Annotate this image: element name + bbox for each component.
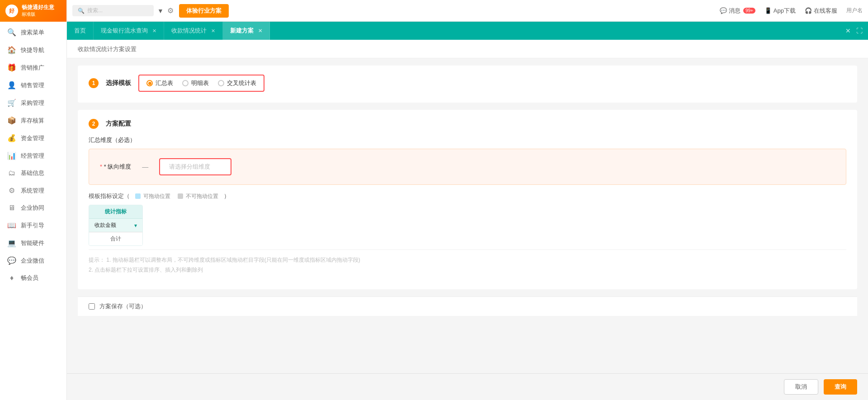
download-icon: 📱 <box>764 7 772 14</box>
metrics-table-row-amount[interactable]: 收款金额 ▾ <box>89 218 142 232</box>
dimension-area: * * 纵向维度 — 请选择分组维度 <box>89 149 846 185</box>
content-body: 1 选择模板 汇总表 明细表 交叉统计表 <box>67 58 868 373</box>
close-window-icon[interactable]: ✕ <box>845 27 851 34</box>
metrics-dropdown-icon[interactable]: ▾ <box>134 222 137 229</box>
sidebar-item-ops[interactable]: 📊 经营管理 <box>0 147 66 165</box>
tab-bank-close-icon[interactable]: ✕ <box>152 28 156 34</box>
header-actions: 💬 消息 99+ 📱 App下载 🎧 在线客服 用户名 <box>720 7 863 15</box>
cart-icon: 🛒 <box>7 99 16 107</box>
radio-cross[interactable]: 交叉统计表 <box>218 79 256 87</box>
chat-icon: 💬 <box>7 256 16 265</box>
tab-new-plan-label: 新建方案 <box>230 27 254 35</box>
sidebar-logo: 好 畅捷通好生意 标准版 <box>0 0 66 22</box>
sidebar-item-guide[interactable]: 📖 新手引导 <box>0 216 66 234</box>
metrics-legend: 可拖动位置 不可拖动位置 <box>135 193 218 200</box>
box-icon: 📦 <box>7 116 16 125</box>
tab-receipts-close-icon[interactable]: ✕ <box>211 28 215 34</box>
metrics-subtotal-row: 合计 <box>89 232 142 245</box>
money-icon: 💰 <box>7 134 16 142</box>
header-dropdown-button[interactable]: ▼ <box>157 7 164 14</box>
query-button[interactable]: 查询 <box>824 379 857 395</box>
tab-bar-end: ✕ ⛶ <box>840 22 868 40</box>
main-area: 🔍 搜索... ▼ ⚙ 体验行业方案 💬 消息 99+ 📱 App下载 🎧 在线… <box>67 0 868 400</box>
save-label: 方案保存（可选） <box>99 302 146 311</box>
save-checkbox[interactable] <box>89 303 95 310</box>
hint-text-1: 提示： 1. 拖动标题栏可以调整布局，不可跨维度或指标区域拖动栏目字段(只能在同… <box>89 255 846 265</box>
sidebar-item-label: 搜索菜单 <box>21 28 44 37</box>
dimension-arrow: — <box>142 163 148 170</box>
legend-fixed: 不可拖动位置 <box>178 193 218 200</box>
maximize-window-icon[interactable]: ⛶ <box>856 27 863 34</box>
metrics-title-text: 模板指标设定（ <box>89 192 130 200</box>
step1-label: 选择模板 <box>106 79 131 87</box>
tab-bank[interactable]: 现金银行流水查询 ✕ <box>94 22 164 40</box>
gear-icon: ⚙ <box>7 186 16 195</box>
sidebar-item-hardware[interactable]: 💻 智能硬件 <box>0 234 66 252</box>
radio-cross-circle <box>218 80 224 86</box>
message-icon: 💬 <box>720 7 727 14</box>
user-name[interactable]: 用户名 <box>846 7 863 14</box>
radio-detail-circle <box>182 80 189 86</box>
dimension-selector[interactable]: 请选择分组维度 <box>159 158 231 175</box>
home-icon: 🏠 <box>7 46 16 54</box>
logo-text: 畅捷通好生意 <box>22 4 54 11</box>
sidebar-item-wechat[interactable]: 💬 企业微信 <box>0 252 66 269</box>
sidebar-nav: 🔍 搜索菜单 🏠 快捷导航 🎁 营销推广 👤 销售管理 🛒 采购管理 📦 库存核… <box>0 22 66 400</box>
metrics-close-paren: ） <box>224 192 230 200</box>
online-service-label: 在线客服 <box>814 7 837 15</box>
sidebar-item-member[interactable]: ♦ 畅会员 <box>0 269 66 287</box>
radio-summary-circle <box>146 80 153 86</box>
sidebar-item-label: 采购管理 <box>21 99 44 107</box>
sidebar-item-system[interactable]: ⚙ 系统管理 <box>0 182 66 199</box>
tab-new-plan[interactable]: 新建方案 ✕ <box>223 22 270 40</box>
radio-detail-label: 明细表 <box>191 79 209 87</box>
sidebar-item-base[interactable]: 🗂 基础信息 <box>0 165 66 182</box>
sidebar-item-label: 智能硬件 <box>21 239 44 247</box>
sidebar-item-search[interactable]: 🔍 搜索菜单 <box>0 24 66 41</box>
sidebar-item-purchase[interactable]: 🛒 采购管理 <box>0 94 66 112</box>
tab-home-label: 首页 <box>74 27 86 35</box>
settings-icon[interactable]: ⚙ <box>167 6 174 15</box>
sidebar-item-finance[interactable]: 💰 资金管理 <box>0 129 66 147</box>
fixed-dot <box>178 193 183 199</box>
sidebar-item-label: 企业协同 <box>21 204 44 212</box>
sidebar-item-inventory[interactable]: 📦 库存核算 <box>0 112 66 129</box>
step2-label: 方案配置 <box>106 120 131 128</box>
tab-receipts[interactable]: 收款情况统计 ✕ <box>164 22 223 40</box>
sidebar-item-marketing[interactable]: 🎁 营销推广 <box>0 59 66 76</box>
app-download-action[interactable]: 📱 App下载 <box>764 7 796 15</box>
breadcrumb: 收款情况统计方案设置 <box>78 46 137 52</box>
gift-icon: 🎁 <box>7 63 16 72</box>
header-search-bar[interactable]: 🔍 搜索... <box>72 5 154 16</box>
dimension-section-title: 汇总维度（必选） <box>89 136 846 144</box>
tab-home[interactable]: 首页 <box>67 22 94 40</box>
search-icon: 🔍 <box>78 8 85 14</box>
message-action[interactable]: 💬 消息 99+ <box>720 7 755 15</box>
sidebar-item-label: 经营管理 <box>21 152 44 160</box>
sidebar-item-label: 销售管理 <box>21 81 44 89</box>
metrics-amount-tag: 收款金额 <box>94 221 116 229</box>
metrics-table: 统计指标 收款金额 ▾ 合计 <box>89 205 143 246</box>
sidebar-item-label: 新手引导 <box>21 221 44 230</box>
sidebar-item-label: 系统管理 <box>21 187 44 195</box>
sidebar-item-quicknav[interactable]: 🏠 快捷导航 <box>0 41 66 59</box>
diamond-icon: ♦ <box>7 274 16 282</box>
metrics-header: 模板指标设定（ 可拖动位置 不可拖动位置 ） <box>89 192 846 200</box>
monitor-icon: 🖥 <box>7 204 16 212</box>
legend-movable: 可拖动位置 <box>135 193 170 200</box>
tab-new-plan-close-icon[interactable]: ✕ <box>258 28 262 34</box>
radio-cross-label: 交叉统计表 <box>227 79 256 87</box>
radio-summary[interactable]: 汇总表 <box>146 79 173 87</box>
sidebar-item-sales[interactable]: 👤 销售管理 <box>0 76 66 94</box>
sidebar-item-label: 企业微信 <box>21 257 44 265</box>
cancel-button[interactable]: 取消 <box>784 379 818 395</box>
trial-industry-button[interactable]: 体验行业方案 <box>179 4 229 18</box>
movable-label: 可拖动位置 <box>143 193 170 200</box>
online-service-action[interactable]: 🎧 在线客服 <box>805 7 837 15</box>
sidebar-item-corp[interactable]: 🖥 企业协同 <box>0 199 66 216</box>
radio-detail[interactable]: 明细表 <box>182 79 209 87</box>
page-content: 收款情况统计方案设置 1 选择模板 汇总表 明细表 <box>67 40 868 400</box>
content-header: 收款情况统计方案设置 <box>67 40 868 58</box>
radio-summary-label: 汇总表 <box>156 79 173 87</box>
logo-icon: 好 <box>5 5 18 17</box>
